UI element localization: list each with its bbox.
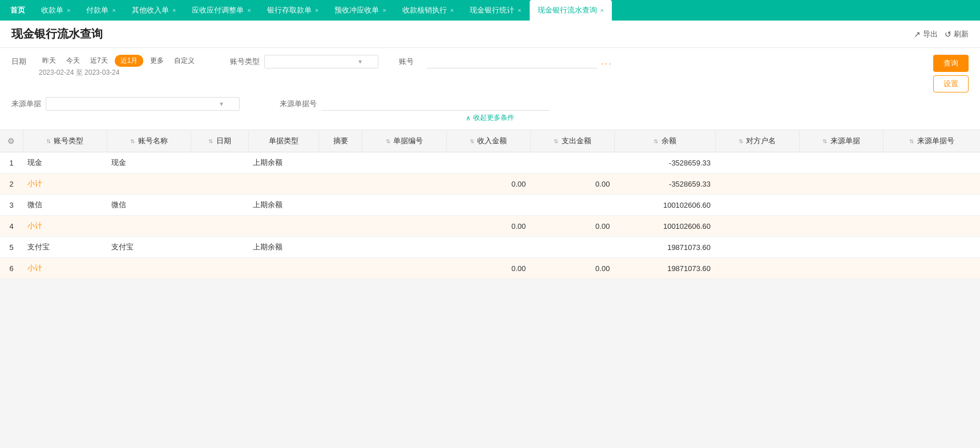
table-cell: 0.00 bbox=[446, 173, 530, 195]
table-cell bbox=[530, 152, 614, 173]
col-date[interactable]: ⇅ 日期 bbox=[191, 130, 248, 152]
nav-tab-qitashouru[interactable]: 其他收入单 × bbox=[124, 0, 184, 21]
export-button[interactable]: ↗ 导出 bbox=[914, 29, 938, 39]
table-area: ⚙ ⇅ 账号类型 ⇅ 账号名称 ⇅ 日期 单据类型 摘要 bbox=[0, 130, 980, 279]
table-cell bbox=[883, 195, 980, 216]
filter-actions: 查询 设置 bbox=[933, 55, 969, 92]
chevron-down-icon: ▾ bbox=[358, 58, 362, 66]
nav-tab-shoukuanhexiao[interactable]: 收款核销执行 × bbox=[394, 0, 462, 21]
table-cell: 6 bbox=[0, 258, 23, 279]
table-cell: 0.00 bbox=[446, 258, 530, 279]
col-doc-no[interactable]: ⇅ 单据编号 bbox=[362, 130, 446, 152]
close-icon[interactable]: × bbox=[67, 7, 70, 14]
table-cell bbox=[530, 237, 614, 258]
close-icon[interactable]: × bbox=[382, 7, 386, 14]
source-doc-select[interactable]: ▾ bbox=[46, 97, 240, 111]
table-cell bbox=[362, 195, 446, 216]
table-cell bbox=[191, 195, 248, 216]
table-cell: 2 bbox=[0, 173, 23, 195]
export-icon: ↗ bbox=[914, 30, 921, 39]
table-cell bbox=[715, 173, 799, 195]
table-cell bbox=[318, 258, 362, 279]
col-counterpart[interactable]: ⇅ 对方户名 bbox=[715, 130, 799, 152]
table-cell: 0.00 bbox=[530, 216, 614, 237]
col-source-doc[interactable]: ⇅ 来源单据 bbox=[799, 130, 883, 152]
table-cell bbox=[191, 237, 248, 258]
date-btn-7days[interactable]: 近7天 bbox=[87, 55, 111, 67]
close-icon[interactable]: × bbox=[247, 7, 251, 14]
collapse-button[interactable]: ∧ 收起更多条件 bbox=[466, 113, 514, 123]
top-navigation: 首页 收款单 × 付款单 × 其他收入单 × 应收应付调整单 × 银行存取款单 … bbox=[0, 0, 980, 21]
nav-tab-yinhangcunqu[interactable]: 银行存取款单 × bbox=[259, 0, 326, 21]
table-row: 4小计0.000.00100102606.60 bbox=[0, 216, 980, 237]
acct-type-select[interactable]: ▾ bbox=[264, 55, 378, 68]
table-cell bbox=[799, 237, 883, 258]
sort-icon: ⇅ bbox=[909, 138, 914, 144]
acct-input[interactable] bbox=[426, 55, 598, 68]
close-icon[interactable]: × bbox=[450, 7, 454, 14]
close-icon[interactable]: × bbox=[112, 7, 115, 14]
date-btn-more[interactable]: 更多 bbox=[147, 55, 167, 67]
col-summary[interactable]: 摘要 bbox=[318, 130, 362, 152]
refresh-icon: ↺ bbox=[945, 30, 951, 39]
table-cell: 上期余额 bbox=[248, 195, 318, 216]
close-icon[interactable]: × bbox=[600, 7, 604, 14]
table-cell: 现金 bbox=[107, 152, 191, 173]
page-header: 现金银行流水查询 ↗ 导出 ↺ 刷新 bbox=[0, 21, 980, 48]
col-expense[interactable]: ⇅ 支出金额 bbox=[530, 130, 614, 152]
col-income[interactable]: ⇅ 收入金额 bbox=[446, 130, 530, 152]
date-btn-today[interactable]: 今天 bbox=[63, 55, 83, 67]
collapse-row: ∧ 收起更多条件 bbox=[11, 113, 969, 123]
nav-tab-xianjinyinhangtongji[interactable]: 现金银行统计 × bbox=[462, 0, 529, 21]
source-doc-no-input[interactable] bbox=[321, 97, 550, 111]
filter-row-1: 日期 昨天 今天 近7天 近1月 更多 自定义 2023-02-24 至 202… bbox=[11, 55, 969, 92]
refresh-button[interactable]: ↺ 刷新 bbox=[945, 29, 969, 39]
col-gear[interactable]: ⚙ bbox=[0, 130, 23, 152]
col-acct-type[interactable]: ⇅ 账号类型 bbox=[23, 130, 107, 152]
nav-tab-yingshouyingfu[interactable]: 应收应付调整单 × bbox=[184, 0, 259, 21]
table-cell bbox=[318, 195, 362, 216]
nav-tab-xianjinyinhangliu[interactable]: 现金银行流水查询 × bbox=[530, 0, 612, 21]
table-cell bbox=[883, 152, 980, 173]
nav-tab-fukuan[interactable]: 付款单 × bbox=[78, 0, 123, 21]
gear-icon[interactable]: ⚙ bbox=[7, 136, 15, 146]
nav-tab-yushou[interactable]: 预收冲应收单 × bbox=[326, 0, 394, 21]
close-icon[interactable]: × bbox=[315, 7, 318, 14]
table-cell bbox=[799, 173, 883, 195]
settings-button[interactable]: 设置 bbox=[933, 75, 969, 92]
table-cell: 上期余额 bbox=[248, 152, 318, 173]
col-source-doc-no[interactable]: ⇅ 来源单据号 bbox=[883, 130, 980, 152]
table-row: 6小计0.000.0019871073.60 bbox=[0, 258, 980, 279]
col-balance[interactable]: ⇅ 余额 bbox=[614, 130, 715, 152]
nav-home[interactable]: 首页 bbox=[2, 0, 33, 21]
table-cell: 微信 bbox=[23, 195, 107, 216]
close-icon[interactable]: × bbox=[518, 7, 521, 14]
table-cell bbox=[715, 152, 799, 173]
nav-tab-shoukuan[interactable]: 收款单 × bbox=[33, 0, 78, 21]
table-cell: 19871073.60 bbox=[614, 237, 715, 258]
date-btn-yesterday[interactable]: 昨天 bbox=[39, 55, 59, 67]
table-cell: 3 bbox=[0, 195, 23, 216]
close-icon[interactable]: × bbox=[172, 7, 176, 14]
sort-icon: ⇅ bbox=[739, 138, 743, 144]
table-cell bbox=[715, 237, 799, 258]
dots-button[interactable]: ... bbox=[601, 56, 612, 67]
table-header-row: ⚙ ⇅ 账号类型 ⇅ 账号名称 ⇅ 日期 单据类型 摘要 bbox=[0, 130, 980, 152]
col-acct-name[interactable]: ⇅ 账号名称 bbox=[107, 130, 191, 152]
query-button[interactable]: 查询 bbox=[933, 55, 969, 72]
filter-area: 日期 昨天 今天 近7天 近1月 更多 自定义 2023-02-24 至 202… bbox=[0, 48, 980, 130]
date-range-display: 2023-02-24 至 2023-03-24 bbox=[39, 68, 198, 78]
table-cell bbox=[362, 258, 446, 279]
col-doc-type[interactable]: 单据类型 bbox=[248, 130, 318, 152]
page-title: 现金银行流水查询 bbox=[11, 26, 103, 42]
table-cell bbox=[107, 216, 191, 237]
table-cell: 微信 bbox=[107, 195, 191, 216]
date-btn-1month[interactable]: 近1月 bbox=[115, 55, 144, 67]
table-cell bbox=[362, 216, 446, 237]
table-cell bbox=[883, 173, 980, 195]
date-options-row: 昨天 今天 近7天 近1月 更多 自定义 bbox=[39, 55, 198, 67]
sort-icon: ⇅ bbox=[386, 138, 390, 144]
table-cell: 0.00 bbox=[446, 216, 530, 237]
table-cell bbox=[362, 173, 446, 195]
date-btn-custom[interactable]: 自定义 bbox=[171, 55, 198, 67]
